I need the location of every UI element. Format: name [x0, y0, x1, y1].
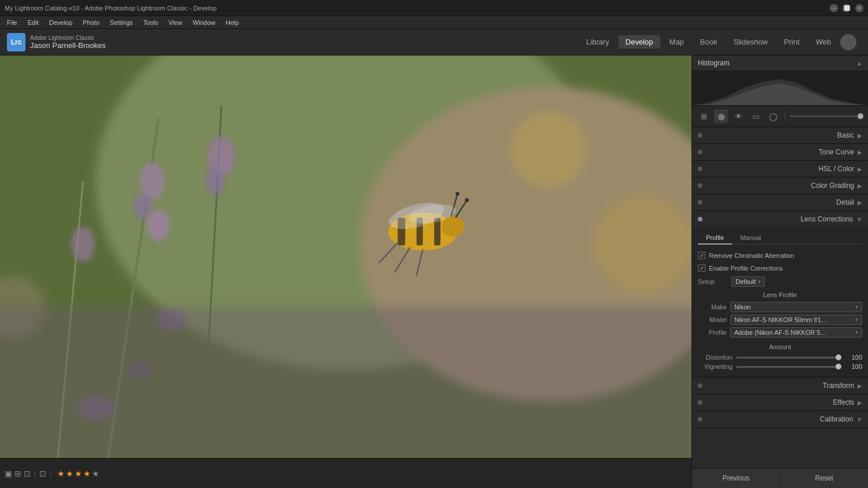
- section-detail-header[interactable]: Detail ▶: [692, 194, 868, 210]
- radial-filter-icon[interactable]: ◯: [766, 109, 780, 123]
- section-calibration-header[interactable]: Calibration ▼: [692, 411, 868, 427]
- menu-help[interactable]: Help: [221, 18, 244, 27]
- minimize-button[interactable]: —: [830, 4, 838, 12]
- menubar: File Edit Develop Photo Settings Tools V…: [0, 16, 868, 29]
- brand-username: Jason Parnell-Brookes: [30, 41, 106, 50]
- model-label: Model: [698, 316, 727, 323]
- vignetting-label: Vignetting: [698, 363, 733, 370]
- section-transform-header[interactable]: Transform ▶: [692, 378, 868, 394]
- menu-photo[interactable]: Photo: [78, 18, 104, 27]
- star-3[interactable]: ★: [75, 469, 82, 478]
- basic-toggle: [698, 133, 703, 138]
- section-calibration: Calibration ▼: [692, 411, 868, 428]
- tab-manual[interactable]: Manual: [732, 232, 769, 245]
- nav-web[interactable]: Web: [809, 35, 838, 49]
- transform-label: Transform: [706, 382, 854, 390]
- svg-point-10: [205, 168, 225, 195]
- menu-tools[interactable]: Tools: [139, 18, 163, 27]
- section-color-grading-header[interactable]: Color Grading ▶: [692, 178, 868, 194]
- right-panel: Histogram ▲: [692, 56, 868, 488]
- detail-chevron: ▶: [858, 199, 862, 206]
- profile-dd-arrow: ▾: [855, 330, 858, 335]
- svg-point-7: [133, 194, 152, 219]
- loupe-view-icon[interactable]: ▣: [5, 469, 12, 478]
- section-lens-corrections-header[interactable]: Lens Corrections ▼: [692, 211, 868, 227]
- nav-develop[interactable]: Develop: [619, 35, 660, 49]
- lens-corrections-toggle: [698, 217, 703, 221]
- profile-dropdown[interactable]: Adobe (Nikon AF-S NIKKOR 5… ▾: [730, 327, 862, 338]
- vignetting-thumb[interactable]: [836, 364, 841, 369]
- menu-edit[interactable]: Edit: [23, 18, 43, 27]
- hsl-label: HSL / Color: [706, 165, 854, 173]
- nav-slideshow[interactable]: Slideshow: [727, 35, 775, 49]
- reset-button[interactable]: Reset: [781, 468, 869, 488]
- title-text: My Lightroom Catalog-v10 - Adobe Photosh…: [5, 5, 216, 12]
- make-row: Make Nikon ▾: [698, 302, 862, 312]
- vignetting-row: Vignetting 100: [698, 363, 862, 370]
- brightness-slider[interactable]: [790, 116, 863, 117]
- distortion-thumb[interactable]: [836, 354, 841, 360]
- nav-print[interactable]: Print: [777, 35, 807, 49]
- setup-dropdown[interactable]: Default ▾: [731, 276, 765, 287]
- panel-scroll[interactable]: Basic ▶ Tone Curve ▶ HSL / Color ▶: [692, 127, 868, 468]
- section-basic: Basic ▶: [692, 127, 868, 144]
- close-button[interactable]: ✕: [855, 4, 863, 12]
- section-tone-curve-header[interactable]: Tone Curve ▶: [692, 144, 868, 160]
- survey-view-icon[interactable]: ⊡: [24, 469, 31, 478]
- red-eye-icon[interactable]: 👁: [731, 109, 745, 123]
- nav-map[interactable]: Map: [663, 35, 691, 49]
- model-dropdown[interactable]: Nikon AF-S NIKKOR 50mm f/1… ▾: [730, 315, 862, 325]
- hsl-toggle: [698, 167, 703, 171]
- navbar: Lrc Adobe Lightroom Classic Jason Parnel…: [0, 29, 868, 56]
- film-view-controls: ▣ ⊞ ⊡ | ⊡ |: [5, 469, 53, 478]
- calibration-chevron: ▼: [856, 416, 862, 423]
- section-effects-header[interactable]: Effects ▶: [692, 394, 868, 411]
- star-4[interactable]: ★: [83, 469, 91, 478]
- section-lens-corrections: Lens Corrections ▼ Profile Manual Remove…: [692, 211, 868, 378]
- histogram-header[interactable]: Histogram ▲: [692, 56, 868, 71]
- tool-icons-row: ⊞ ◎ 👁 ▭ ◯: [692, 106, 868, 127]
- menu-settings[interactable]: Settings: [105, 18, 138, 27]
- brightness-thumb[interactable]: [858, 113, 863, 119]
- tool-divider: [785, 111, 785, 121]
- lens-corrections-label: Lens Corrections: [706, 215, 853, 223]
- user-avatar[interactable]: [840, 34, 856, 50]
- menu-develop[interactable]: Develop: [45, 18, 77, 27]
- tab-profile[interactable]: Profile: [698, 232, 732, 245]
- model-dd-arrow: ▾: [855, 317, 858, 323]
- star-rating: ★ ★ ★ ★ ★: [57, 469, 100, 478]
- svg-point-23: [465, 198, 469, 202]
- spot-heal-icon[interactable]: ◎: [714, 109, 728, 123]
- brand-text: Adobe Lightroom Classic Jason Parnell-Br…: [30, 35, 106, 50]
- star-2[interactable]: ★: [66, 469, 73, 478]
- menu-window[interactable]: Window: [188, 18, 220, 27]
- section-basic-header[interactable]: Basic ▶: [692, 127, 868, 143]
- distortion-slider[interactable]: [736, 357, 841, 358]
- distortion-value: 100: [845, 354, 862, 361]
- previous-button[interactable]: Previous: [692, 468, 781, 488]
- star-1[interactable]: ★: [57, 469, 65, 478]
- remove-chromatic-row: Remove Chromatic Aberration: [698, 250, 862, 260]
- compare-view-icon[interactable]: ⊞: [14, 469, 21, 478]
- crop-icon[interactable]: ⊡: [39, 469, 46, 478]
- brand: Lrc Adobe Lightroom Classic Jason Parnel…: [7, 33, 106, 51]
- nav-book[interactable]: Book: [693, 35, 724, 49]
- restore-button[interactable]: ⬜: [843, 4, 851, 12]
- star-5[interactable]: ★: [92, 469, 100, 478]
- lens-profile-title: Lens Profile: [698, 291, 862, 298]
- calibration-label: Calibration: [706, 415, 853, 423]
- brightness-slider-area: [790, 116, 863, 117]
- photo-container[interactable]: [0, 56, 692, 458]
- make-dropdown[interactable]: Nikon ▾: [730, 302, 862, 312]
- menu-view[interactable]: View: [164, 18, 187, 27]
- menu-file[interactable]: File: [2, 18, 22, 27]
- section-color-grading: Color Grading ▶: [692, 178, 868, 194]
- vignetting-slider[interactable]: [736, 366, 841, 368]
- graduated-filter-icon[interactable]: ▭: [749, 109, 763, 123]
- nav-library[interactable]: Library: [579, 35, 616, 49]
- crop-tool-icon[interactable]: ⊞: [697, 109, 711, 123]
- vignetting-value: 100: [845, 363, 862, 370]
- enable-profile-checkbox[interactable]: [698, 264, 705, 272]
- remove-chromatic-checkbox[interactable]: [698, 252, 705, 259]
- section-hsl-header[interactable]: HSL / Color ▶: [692, 161, 868, 177]
